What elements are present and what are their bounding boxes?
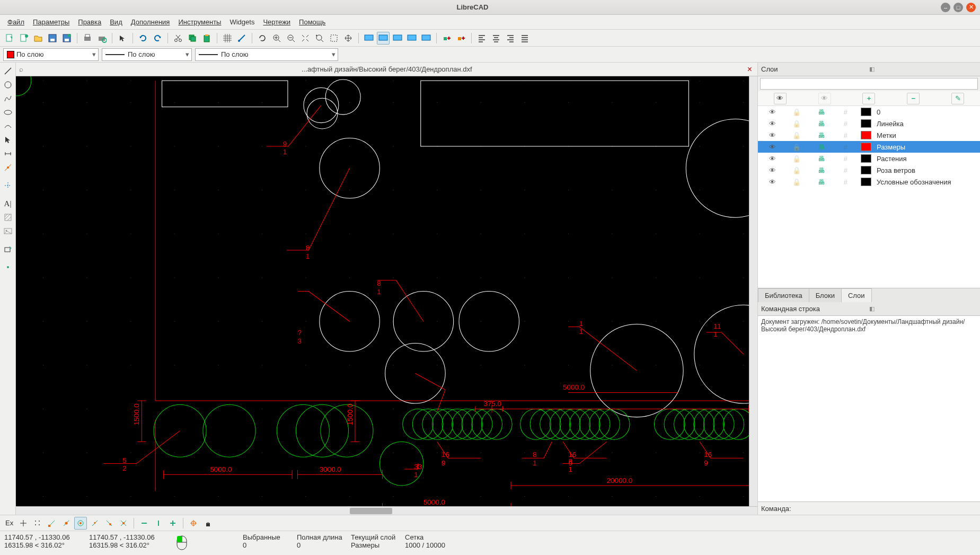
print-preview-icon[interactable] bbox=[95, 32, 108, 45]
restrict-h-icon[interactable] bbox=[138, 517, 151, 530]
layer-row[interactable]: 👁🔒🖶#Роза ветров bbox=[758, 164, 980, 176]
layer-color-swatch[interactable] bbox=[861, 143, 871, 151]
menu-widgets[interactable]: Widgets bbox=[225, 16, 259, 28]
eye-icon[interactable]: 👁 bbox=[760, 143, 784, 151]
close-button[interactable]: ✕ bbox=[966, 3, 976, 12]
linewidth-dropdown[interactable]: По слою bbox=[102, 48, 192, 61]
snap-dist-icon[interactable] bbox=[103, 517, 116, 530]
layer-row[interactable]: 👁🔒🖶#Метки bbox=[758, 129, 980, 141]
zoom-in-icon[interactable] bbox=[270, 32, 283, 45]
dimension-tool-icon[interactable] bbox=[2, 147, 14, 160]
zoom-out-icon[interactable] bbox=[285, 32, 297, 45]
restrict-ortho-icon[interactable] bbox=[166, 517, 179, 530]
construction-icon[interactable]: # bbox=[833, 131, 858, 139]
construction-icon[interactable]: # bbox=[833, 178, 858, 186]
redo-icon[interactable] bbox=[151, 32, 164, 45]
lock-icon[interactable]: 🔒 bbox=[784, 155, 809, 163]
line-tool-icon[interactable] bbox=[2, 65, 14, 77]
eye-icon[interactable]: 👁 bbox=[760, 178, 784, 186]
grid-icon[interactable] bbox=[221, 32, 234, 45]
paste-icon[interactable] bbox=[200, 32, 213, 45]
image-tool-icon[interactable] bbox=[2, 225, 14, 237]
eye-icon[interactable]: 👁 bbox=[760, 108, 784, 116]
menu-file[interactable]: Файл bbox=[3, 16, 29, 28]
show-all-icon[interactable]: 👁 bbox=[774, 93, 787, 104]
print-icon[interactable]: 🖶 bbox=[809, 155, 833, 163]
color-dropdown[interactable]: По слою bbox=[3, 48, 99, 61]
lock-icon[interactable]: 🔒 bbox=[784, 131, 809, 139]
layer-row[interactable]: 👁🔒🖶#Размеры bbox=[758, 141, 980, 153]
lock-icon[interactable]: 🔒 bbox=[784, 166, 809, 174]
layer-color-swatch[interactable] bbox=[861, 131, 871, 139]
hatch-tool-icon[interactable] bbox=[2, 211, 14, 224]
layer-color-swatch[interactable] bbox=[861, 178, 871, 186]
add-layer-icon[interactable]: + bbox=[862, 93, 875, 104]
tab-layers[interactable]: Слои bbox=[841, 288, 872, 302]
snap-mid-icon[interactable] bbox=[89, 517, 101, 530]
copy-icon[interactable] bbox=[186, 32, 199, 45]
hide-all-icon[interactable]: 👁 bbox=[818, 93, 831, 104]
menu-addons[interactable]: Дополнения bbox=[127, 16, 174, 28]
menu-drawings[interactable]: Чертежи bbox=[259, 16, 295, 28]
align-justify-icon[interactable] bbox=[518, 32, 531, 45]
print-icon[interactable]: 🖶 bbox=[809, 120, 833, 128]
add-node-icon[interactable] bbox=[440, 32, 453, 45]
cut-icon[interactable] bbox=[172, 32, 184, 45]
lock-icon[interactable]: 🔒 bbox=[784, 120, 809, 128]
layer-row[interactable]: 👁🔒🖶#Растения bbox=[758, 153, 980, 164]
command-input[interactable] bbox=[793, 505, 977, 513]
construction-icon[interactable]: # bbox=[833, 108, 858, 116]
menu-view[interactable]: Вид bbox=[105, 16, 127, 28]
layer-filter-input[interactable] bbox=[760, 78, 978, 90]
cursor-icon[interactable] bbox=[116, 32, 129, 45]
horizontal-scrollbar[interactable] bbox=[16, 506, 757, 515]
eye-icon[interactable]: 👁 bbox=[760, 131, 784, 139]
relzero-move-icon[interactable] bbox=[187, 517, 200, 530]
draft-icon[interactable] bbox=[235, 32, 248, 45]
text-tool-icon[interactable]: A| bbox=[2, 197, 14, 210]
eye-icon[interactable]: 👁 bbox=[760, 155, 784, 163]
eye-icon[interactable]: 👁 bbox=[760, 166, 784, 174]
pin-icon[interactable]: ◧ bbox=[869, 305, 977, 312]
pin-icon[interactable]: ◧ bbox=[869, 66, 977, 73]
zoom-redraw-icon[interactable] bbox=[256, 32, 269, 45]
align-left-icon[interactable] bbox=[475, 32, 488, 45]
menu-tools[interactable]: Инструменты bbox=[174, 16, 225, 28]
minimize-button[interactable]: – bbox=[941, 3, 950, 12]
menu-params[interactable]: Параметры bbox=[29, 16, 74, 28]
relzero-lock-icon[interactable] bbox=[201, 517, 214, 530]
layer-row[interactable]: 👁🔒🖶#Линейка bbox=[758, 118, 980, 129]
print-icon[interactable]: 🖶 bbox=[809, 108, 833, 116]
save-icon[interactable] bbox=[46, 32, 59, 45]
maximize-button[interactable]: □ bbox=[953, 3, 963, 12]
point-tool-icon[interactable] bbox=[2, 261, 14, 274]
print-icon[interactable] bbox=[81, 32, 94, 45]
snap-center-icon[interactable] bbox=[74, 517, 87, 530]
align-right-icon[interactable] bbox=[504, 32, 517, 45]
restrict-v-icon[interactable] bbox=[152, 517, 165, 530]
eye-icon[interactable]: 👁 bbox=[760, 120, 784, 128]
layer-color-swatch[interactable] bbox=[861, 166, 871, 174]
snap-entity-icon[interactable] bbox=[60, 517, 73, 530]
snap-inter-icon[interactable] bbox=[117, 517, 130, 530]
screen3-icon[interactable] bbox=[391, 32, 404, 45]
screen5-icon[interactable] bbox=[420, 32, 432, 45]
zoom-prev-icon[interactable] bbox=[313, 32, 326, 45]
new-template-icon[interactable] bbox=[17, 32, 30, 45]
select-tool-icon[interactable] bbox=[2, 134, 14, 146]
polyline-tool-icon[interactable] bbox=[2, 120, 14, 133]
undo-icon[interactable] bbox=[137, 32, 149, 45]
save-as-icon[interactable] bbox=[60, 32, 73, 45]
zoom-pan-icon[interactable] bbox=[342, 32, 355, 45]
align-center-icon[interactable] bbox=[490, 32, 502, 45]
remove-layer-icon[interactable]: − bbox=[907, 93, 920, 104]
drawing-canvas[interactable]: 91 81 81 ?3 11 111 52 169 331 169 81 81 bbox=[16, 76, 749, 506]
tab-library[interactable]: Библиотека bbox=[758, 288, 809, 302]
modify-tool-icon[interactable] bbox=[2, 161, 14, 174]
lock-icon[interactable]: 🔒 bbox=[784, 178, 809, 186]
snap-end-icon[interactable] bbox=[46, 517, 58, 530]
vertical-scrollbar[interactable] bbox=[749, 76, 757, 506]
lock-icon[interactable]: 🔒 bbox=[784, 108, 809, 116]
spline-tool-icon[interactable] bbox=[2, 92, 14, 105]
menu-help[interactable]: Помощь bbox=[295, 16, 330, 28]
